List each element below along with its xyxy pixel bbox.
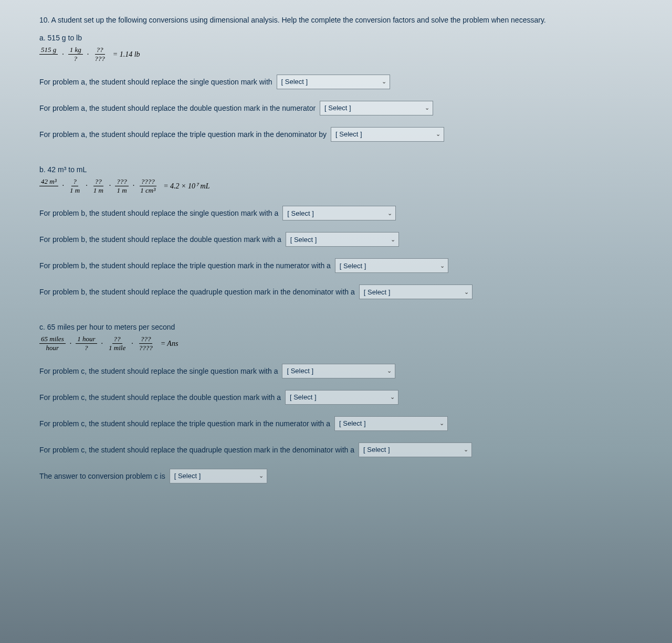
select-a3[interactable]: [ Select ] ⌄: [331, 127, 444, 142]
prompt-line: For problem a, the student should replac…: [39, 75, 662, 89]
fraction: ?? 1 m: [92, 178, 105, 195]
select-c4[interactable]: [ Select ] ⌄: [359, 442, 472, 457]
chevron-down-icon: ⌄: [390, 394, 395, 400]
select-c1[interactable]: [ Select ] ⌄: [282, 364, 395, 378]
fraction: 42 m³: [39, 178, 58, 195]
prompt-line: For problem b, the student should replac…: [39, 232, 662, 247]
fraction: 1 kg ?: [68, 46, 83, 63]
prompt-line: The answer to conversion problem c is [ …: [39, 469, 662, 483]
fraction: 515 g: [39, 46, 58, 63]
prompt-line: For problem b, the student should replac…: [39, 206, 662, 220]
part-b-label: b. 42 m³ to mL: [39, 165, 662, 174]
chevron-down-icon: ⌄: [387, 210, 392, 217]
equation-result: = Ans: [158, 340, 178, 348]
chevron-down-icon: ⌄: [387, 367, 392, 374]
select-b2[interactable]: [ Select ] ⌄: [286, 232, 399, 247]
prompt-line: For problem c, the student should replac…: [39, 442, 662, 457]
chevron-down-icon: ⌄: [382, 78, 386, 85]
prompt-line: For problem c, the student should replac…: [39, 416, 662, 431]
fraction: ? 1 m: [68, 178, 81, 195]
part-a-label: a. 515 g to lb: [39, 34, 662, 42]
select-c5[interactable]: [ Select ] ⌄: [170, 469, 267, 483]
chevron-down-icon: ⌄: [425, 104, 429, 111]
question-container: 10. A student set up the following conve…: [0, 0, 672, 505]
select-c2[interactable]: [ Select ] ⌄: [285, 390, 398, 405]
fraction: ?? 1 mile: [107, 335, 127, 352]
prompt-line: For problem a, the student should replac…: [39, 101, 662, 115]
prompt-line: For problem b, the student should replac…: [39, 258, 662, 273]
chevron-down-icon: ⌄: [259, 472, 264, 479]
equation-result: = 1.14 lb: [110, 50, 140, 59]
select-b3[interactable]: [ Select ] ⌄: [335, 258, 448, 273]
select-b1[interactable]: [ Select ] ⌄: [282, 206, 396, 220]
fraction: ?? ???: [93, 46, 107, 63]
chevron-down-icon: ⌄: [464, 289, 469, 296]
chevron-down-icon: ⌄: [391, 236, 395, 243]
prompt-line: For problem c, the student should replac…: [39, 364, 662, 378]
prompt-line: For problem a, the student should replac…: [39, 127, 662, 142]
chevron-down-icon: ⌄: [440, 262, 445, 269]
fraction: ??? ????: [138, 335, 154, 352]
equation-b: 42 m³ · ? 1 m · ?? 1 m · ??? 1 m · ???? …: [39, 178, 662, 195]
select-a2[interactable]: [ Select ] ⌄: [320, 101, 433, 115]
chevron-down-icon: ⌄: [436, 131, 440, 138]
select-c3[interactable]: [ Select ] ⌄: [334, 416, 448, 431]
fraction: ???? 1 cm³: [139, 178, 157, 195]
chevron-down-icon: ⌄: [439, 420, 444, 427]
chevron-down-icon: ⌄: [464, 446, 468, 453]
equation-result: = 4.2 × 10⁷ mL: [160, 182, 209, 191]
equation-c: 65 miles hour · 1 hour ? · ?? 1 mile · ?…: [39, 335, 662, 352]
part-c-label: c. 65 miles per hour to meters per secon…: [39, 323, 662, 331]
fraction: 65 miles hour: [39, 335, 66, 352]
fraction: 1 hour ?: [76, 335, 97, 352]
select-a1[interactable]: [ Select ] ⌄: [277, 75, 390, 89]
prompt-line: For problem b, the student should replac…: [39, 284, 662, 299]
question-stem: 10. A student set up the following conve…: [39, 16, 662, 24]
prompt-line: For problem c, the student should replac…: [39, 390, 662, 405]
equation-a: 515 g · 1 kg ? · ?? ??? = 1.14 lb: [39, 46, 662, 63]
fraction: ??? 1 m: [115, 178, 129, 195]
select-b4[interactable]: [ Select ] ⌄: [359, 284, 472, 299]
